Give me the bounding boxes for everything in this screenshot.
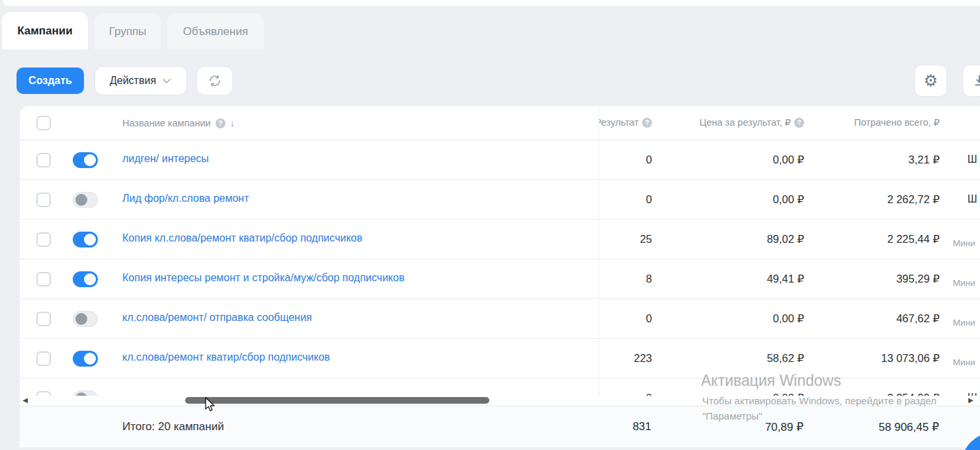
result-value: 0 (598, 193, 652, 206)
bid-strategy-fragment: Ш (967, 154, 977, 165)
horizontal-scrollbar[interactable] (20, 396, 980, 406)
tab-groups-label: Группы (109, 25, 147, 38)
row-checkbox[interactable] (36, 193, 51, 207)
toggle-knob (84, 234, 96, 246)
help-icon[interactable] (216, 118, 225, 128)
row-checkbox[interactable] (36, 272, 51, 287)
price-value: 89,02 ₽ (672, 233, 804, 246)
campaign-name-link[interactable]: кл.слова/ремонт/ отправка сообщения (122, 312, 312, 324)
row-checkbox[interactable] (36, 312, 51, 326)
total-result-value: 831 (519, 420, 651, 433)
campaign-name-link[interactable]: кл.слова/ремонт кватир/сбор подписчиков (122, 351, 330, 363)
help-icon[interactable] (794, 118, 804, 128)
select-all-checkbox[interactable] (36, 116, 51, 130)
export-button[interactable] (963, 65, 980, 97)
spent-value: 467,62 ₽ (807, 312, 940, 325)
row-checkbox[interactable] (36, 153, 51, 167)
toggle-knob (84, 154, 96, 166)
table-header-row: Название кампании Результат Цена за резу… (20, 106, 980, 140)
tab-campaigns[interactable]: Кампании (2, 12, 88, 50)
tab-ads-label: Объявления (183, 25, 248, 38)
tab-campaigns-label: Кампании (17, 24, 73, 38)
result-value: 8 (598, 273, 652, 285)
toggle-knob (84, 353, 96, 365)
table-body: лидген/ интересы 0 0,00 ₽ 3,21 ₽ Ш Лид ф… (20, 140, 980, 396)
toggle-knob (75, 313, 87, 325)
scroll-left-arrow-icon[interactable] (21, 396, 29, 404)
totals-label: Итого: 20 кампаний (122, 420, 224, 433)
tab-ads[interactable]: Объявления (167, 13, 264, 50)
table-row: Лид фор/кл.слова ремонт 0 0,00 ₽ 2 262,7… (20, 180, 980, 220)
create-button-label: Создать (28, 75, 72, 87)
result-value: 25 (598, 233, 652, 246)
row-checkbox[interactable] (36, 351, 51, 366)
campaign-toggle[interactable] (73, 351, 98, 367)
help-icon[interactable] (642, 118, 652, 128)
tab-groups[interactable]: Группы (95, 13, 161, 50)
toggle-knob (84, 273, 96, 285)
campaign-toggle[interactable] (73, 152, 98, 168)
campaign-name-link[interactable]: Лид фор/кл.слова ремонт (122, 193, 249, 204)
total-price-value: 70,89 ₽ (671, 420, 803, 434)
price-value: 0,00 ₽ (672, 312, 804, 325)
spent-value: 3,21 ₽ (807, 154, 940, 166)
bid-strategy-fragment: Мини (953, 238, 975, 248)
campaign-toggle[interactable] (73, 232, 98, 248)
toggle-knob (75, 194, 87, 206)
column-header-spent: Потрачено всего, ₽ (854, 117, 940, 128)
bid-strategy-fragment: Мини (953, 318, 975, 328)
refresh-button[interactable] (196, 66, 233, 95)
column-header-result: Результат (598, 117, 639, 128)
result-value: 223 (598, 352, 652, 365)
total-spent-value: 58 906,45 ₽ (807, 420, 939, 434)
top-panel-edge (3, 0, 980, 6)
table-row: 0 0,00 ₽ 3 254,99 ₽ Ш (20, 379, 980, 396)
campaign-toggle[interactable] (73, 271, 98, 287)
spent-value: 2 225,44 ₽ (807, 233, 940, 246)
table-row: Копия интересы ремонт и стройка/муж/сбор… (20, 259, 980, 299)
actions-dropdown-button[interactable]: Действия (95, 66, 187, 95)
table-row: кл.слова/ремонт/ отправка сообщения 0 0,… (20, 299, 980, 339)
chevron-down-icon (161, 75, 172, 86)
row-checkbox[interactable] (36, 232, 51, 247)
campaigns-screen: Кампании Группы Объявления Создать Дейст… (0, 0, 980, 450)
price-value: 58,62 ₽ (672, 352, 804, 365)
actions-button-label: Действия (110, 75, 156, 87)
spent-value: 13 073,06 ₽ (807, 352, 940, 365)
campaign-name-link[interactable]: лидген/ интересы (122, 153, 209, 165)
scrollbar-thumb[interactable] (185, 397, 489, 404)
campaigns-table: Название кампании Результат Цена за резу… (20, 106, 980, 447)
price-value: 0,00 ₽ (672, 154, 804, 166)
column-header-name: Название кампании (122, 118, 211, 128)
campaign-toggle[interactable] (73, 192, 98, 208)
gear-icon: ⚙ (924, 73, 938, 89)
price-value: 0,00 ₽ (672, 193, 804, 206)
price-value: 49,41 ₽ (672, 273, 804, 285)
scroll-right-arrow-icon[interactable] (967, 396, 975, 404)
column-header-price: Цена за результат, ₽ (700, 117, 791, 128)
table-row: кл.слова/ремонт кватир/сбор подписчиков … (20, 339, 980, 379)
sort-down-icon[interactable] (230, 118, 235, 128)
spent-value: 395,29 ₽ (807, 273, 940, 285)
create-button[interactable]: Создать (17, 68, 84, 94)
bid-strategy-fragment: Мини (953, 278, 975, 288)
campaign-name-link[interactable]: Копия интересы ремонт и стройка/муж/сбор… (122, 272, 405, 284)
result-value: 0 (598, 154, 652, 166)
bid-strategy-fragment: Мини (953, 357, 975, 367)
result-value: 0 (598, 312, 652, 325)
table-footer-row: Итого: 20 кампаний 831 70,89 ₽ 58 906,45… (20, 406, 980, 447)
refresh-icon (208, 73, 222, 88)
row-checkbox[interactable] (36, 391, 51, 396)
spent-value: 2 262,72 ₽ (807, 193, 940, 206)
campaign-name-link[interactable]: Копия кл.слова/ремонт кватир/сбор подпис… (122, 232, 362, 244)
download-icon (972, 73, 980, 88)
table-row: лидген/ интересы 0 0,00 ₽ 3,21 ₽ Ш (20, 140, 980, 180)
bid-strategy-fragment: Ш (967, 193, 977, 205)
campaign-toggle[interactable] (73, 311, 98, 327)
settings-button[interactable]: ⚙ (915, 65, 947, 97)
table-row: Копия кл.слова/ремонт кватир/сбор подпис… (20, 220, 980, 259)
campaign-toggle[interactable] (73, 390, 98, 396)
